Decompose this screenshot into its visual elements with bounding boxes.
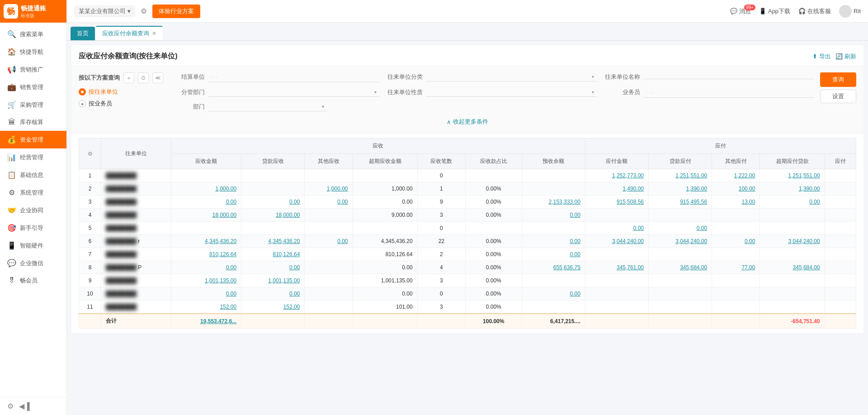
footer-ap-remain	[825, 314, 856, 329]
table-row: 8 ████████ P 0.00 0.00 0.00 4 0.00% 655,…	[79, 261, 856, 274]
sidebar-item-quick-nav[interactable]: 🏠 快捷导航	[0, 43, 66, 61]
cell-ap-other-10	[712, 301, 760, 314]
settings-button[interactable]: 设置	[820, 90, 856, 103]
cell-ap-other-7: 77.00	[712, 261, 760, 274]
salesman-input[interactable]: ···	[644, 87, 815, 98]
cell-ap-remain-10	[825, 301, 856, 314]
cell-partner-8: ████████	[101, 274, 171, 287]
cell-ar-ratio-3: 0.00%	[465, 209, 522, 222]
cell-ap-amount-7: 345,761.00	[585, 261, 648, 274]
dept-manage-arrow: ▾	[374, 90, 377, 95]
sidebar-item-purchase[interactable]: 🛒 采购管理	[0, 96, 66, 114]
company-name: 某某企业有限公司	[79, 7, 126, 15]
online-service-button[interactable]: 🎧 在线客服	[798, 7, 831, 15]
export-button[interactable]: ⬆ 导出	[812, 52, 831, 61]
table-row: 10 ████████ 0.00 0.00 0.00 0 0.00% 0.00	[79, 287, 856, 301]
tab-ar-ap-close[interactable]: ✕	[152, 30, 156, 37]
refresh-button[interactable]: 🔄 刷新	[835, 52, 856, 61]
sidebar-icon-inventory: 🏛	[7, 118, 16, 126]
field-partner-name: 往来单位名称	[604, 73, 815, 81]
sidebar-item-marketing[interactable]: 📢 营销推广	[0, 61, 66, 78]
cell-ar-other-0	[305, 169, 353, 182]
cell-partner-2: ████████	[101, 196, 171, 209]
cell-ap-other-9	[712, 287, 760, 301]
query-button[interactable]: 查询	[820, 72, 856, 87]
footer-ar-amount[interactable]: 19,553,472,6...	[171, 314, 241, 329]
sidebar-item-inventory[interactable]: 🏛 库存核算	[0, 114, 66, 131]
dept-manage-input[interactable]: ▾	[208, 88, 379, 97]
tab-ar-ap[interactable]: 应收应付余额查询 ✕	[96, 26, 163, 40]
cell-ar-other-3	[305, 209, 353, 222]
cell-ar-other-4	[305, 222, 353, 235]
cell-partner-0: ████████	[101, 169, 171, 182]
sidebar-label-search-menu: 搜索菜单	[20, 30, 43, 38]
table-settings-icon[interactable]: ⚙	[84, 148, 96, 160]
app-download-icon: 📱	[759, 8, 766, 14]
sidebar-item-wechat[interactable]: 💬 企业微信	[0, 254, 66, 272]
th-ar-loan: 贷款应收	[241, 154, 305, 169]
cell-partner-9: ████████	[101, 287, 171, 301]
cell-ar-overdue-4	[353, 222, 417, 235]
cell-ap-amount-3	[585, 209, 648, 222]
cell-ap-loan-1: 1,390.00	[649, 182, 712, 196]
collapse-button[interactable]: ∧ 收起更多条件	[447, 118, 488, 126]
sidebar-item-search-menu[interactable]: 🔍 搜索菜单	[0, 25, 66, 43]
cell-rownum-5: 6	[79, 235, 101, 248]
message-button[interactable]: 💬 消息 99+	[730, 7, 751, 15]
settlement-unit-input[interactable]: ···	[208, 72, 379, 82]
cell-ar-prepay-0	[522, 169, 585, 182]
scheme-by-salesman[interactable]: ● 按业务员	[79, 100, 163, 108]
cell-ar-other-2: 0.00	[305, 196, 353, 209]
cell-ar-loan-6: 810,126.64	[241, 248, 305, 261]
partner-category-input[interactable]: ▾	[426, 72, 597, 81]
cell-ar-count-0: 0	[417, 169, 465, 182]
cell-ar-overdue-8: 1,001,135.00	[353, 274, 417, 287]
table-row: 6 ████████ r 4,345,436.20 4,345,436.20 0…	[79, 235, 856, 248]
add-scheme-btn[interactable]: ＋	[123, 72, 134, 83]
sidebar-label-marketing: 营销推广	[20, 66, 43, 74]
cell-ar-count-10: 3	[417, 301, 465, 314]
cell-ap-remain-8	[825, 274, 856, 287]
cell-ar-ratio-0	[465, 169, 522, 182]
th-ar-amount: 应收金额	[171, 154, 241, 169]
app-download-button[interactable]: 📱 App下载	[759, 7, 790, 15]
cell-ar-overdue-7: 0.00	[353, 261, 417, 274]
cell-rownum-7: 8	[79, 261, 101, 274]
settings-gear-icon[interactable]: ⚙	[141, 7, 147, 15]
partner-name-input[interactable]	[644, 75, 815, 79]
sidebar-item-operation[interactable]: 📊 经营管理	[0, 148, 66, 166]
cell-ap-other-4	[712, 222, 760, 235]
cell-ap-overdue-3	[760, 209, 825, 222]
collapse-scheme-btn[interactable]: ≪	[152, 72, 163, 83]
sidebar-item-member[interactable]: 🎖 畅会员	[0, 272, 66, 289]
th-ar-ratio: 应收款占比	[465, 154, 522, 169]
company-selector[interactable]: 某某企业有限公司 ▾	[74, 5, 135, 17]
sidebar-item-system[interactable]: ⚙ 系统管理	[0, 184, 66, 201]
sidebar-settings-icon[interactable]: ⚙	[7, 402, 14, 410]
footer-ap-overdue: -654,751.40	[760, 314, 825, 329]
sidebar-item-finance[interactable]: 💰 资金管理	[0, 131, 66, 148]
scheme-inactive-dot: ●	[79, 100, 86, 107]
sidebar-icon-corp: 🤝	[7, 206, 16, 215]
field-dept: 部门 ▾	[169, 102, 327, 111]
scheme-by-partner[interactable]: 按往来单位	[79, 88, 163, 96]
user-name: Rit	[854, 8, 861, 14]
cell-ar-loan-0	[241, 169, 305, 182]
collapse-icon: ∧	[447, 119, 451, 125]
sidebar-label-finance: 资金管理	[20, 136, 43, 144]
user-menu[interactable]: Rit	[839, 5, 861, 18]
th-partner: 往来单位	[101, 138, 171, 169]
partner-nature-input[interactable]: ▾	[426, 88, 597, 97]
sidebar-item-hardware[interactable]: 📱 智能硬件	[0, 237, 66, 254]
sidebar-item-corp[interactable]: 🤝 企业协同	[0, 201, 66, 219]
tab-home[interactable]: 首页	[71, 27, 95, 40]
dept-input[interactable]: ▾	[208, 102, 327, 111]
cell-ar-loan-4	[241, 222, 305, 235]
edit-scheme-btn[interactable]: ⊙	[138, 72, 149, 83]
sidebar-collapse-icon[interactable]: ◀▐	[19, 402, 29, 410]
sidebar-item-sales[interactable]: 💼 销售管理	[0, 78, 66, 96]
sidebar-item-basic[interactable]: 📋 基础信息	[0, 166, 66, 184]
online-service-icon: 🎧	[798, 8, 806, 14]
promo-button[interactable]: 体验行业方案	[152, 5, 200, 18]
sidebar-item-guide[interactable]: 🎯 新手引导	[0, 219, 66, 237]
